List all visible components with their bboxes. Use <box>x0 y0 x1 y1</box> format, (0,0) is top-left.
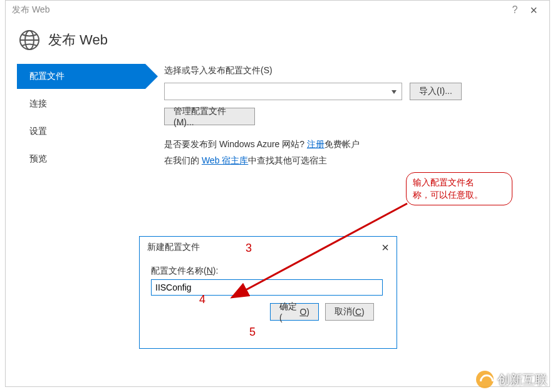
import-button[interactable]: 导入(I)... <box>410 83 462 100</box>
close-icon[interactable]: × <box>524 4 543 16</box>
main-panel: 选择或导入发布配置文件(S) 导入(I)... 管理配置文件(M)... 是否要… <box>145 64 549 174</box>
sidebar-item-label: 设置 <box>29 126 47 137</box>
ok-button[interactable]: 确定(O) <box>270 303 319 321</box>
watermark-icon <box>476 371 494 388</box>
azure-text: 是否要发布到 Windows Azure 网站? 注册免费帐户 <box>164 139 549 150</box>
sidebar-item-label: 预览 <box>29 153 47 165</box>
dialog-close-icon[interactable]: × <box>381 242 389 252</box>
titlebar: 发布 Web ? × <box>6 1 549 19</box>
profile-dropdown[interactable] <box>164 83 402 100</box>
globe-icon <box>18 29 41 51</box>
annotation-3: 3 <box>246 242 252 255</box>
manage-profiles-button[interactable]: 管理配置文件(M)... <box>164 108 255 125</box>
dialog-titlebar: 新建配置文件 × <box>140 237 397 258</box>
sidebar-item-preview[interactable]: 预览 <box>17 147 145 172</box>
annotation-callout: 输入配置文件名 称，可以任意取。 <box>406 172 512 205</box>
profile-name-label: 配置文件名称(N): <box>151 266 385 277</box>
sidebar: 配置文件 连接 设置 预览 <box>17 64 145 174</box>
sidebar-item-profile[interactable]: 配置文件 <box>17 64 145 89</box>
web-host-link[interactable]: Web 宿主库 <box>202 155 248 165</box>
header: 发布 Web <box>6 19 549 64</box>
azure-register-link[interactable]: 注册 <box>307 139 324 149</box>
annotation-5: 5 <box>249 326 256 339</box>
sidebar-item-label: 连接 <box>29 98 47 110</box>
host-text: 在我们的 Web 宿主库中查找其他可选宿主 <box>164 155 549 167</box>
dialog-title: 新建配置文件 <box>147 242 200 253</box>
profile-select-label: 选择或导入发布配置文件(S) <box>164 65 549 76</box>
cancel-button[interactable]: 取消(C) <box>325 303 374 321</box>
watermark: 创新互联 <box>476 371 547 388</box>
profile-name-input[interactable] <box>151 279 383 296</box>
annotation-4: 4 <box>199 293 205 306</box>
sidebar-item-connection[interactable]: 连接 <box>17 91 145 116</box>
sidebar-item-label: 配置文件 <box>29 71 65 82</box>
new-profile-dialog: 新建配置文件 × 配置文件名称(N): 确定(O) 取消(C) <box>139 236 397 349</box>
sidebar-item-settings[interactable]: 设置 <box>17 119 145 144</box>
help-icon[interactable]: ? <box>506 4 524 16</box>
page-title: 发布 Web <box>48 31 108 49</box>
window-title: 发布 Web <box>12 4 49 16</box>
watermark-text: 创新互联 <box>497 371 547 388</box>
